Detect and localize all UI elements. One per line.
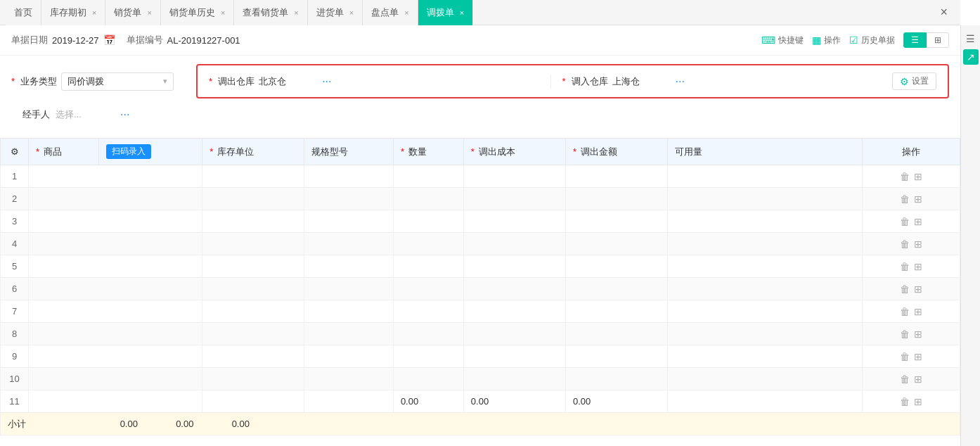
copy-icon[interactable]: ⊞	[914, 306, 922, 317]
tab-inventory-check-close[interactable]: ×	[404, 8, 408, 17]
row-product[interactable]	[29, 368, 202, 390]
row-available[interactable]	[667, 188, 862, 210]
tab-home[interactable]: 首页	[6, 0, 41, 25]
row-unit[interactable]	[202, 345, 304, 368]
row-spec[interactable]	[304, 210, 394, 233]
row-unit[interactable]	[202, 233, 304, 255]
business-type-dropdown[interactable]: 同价调拨 ▾	[61, 72, 174, 91]
row-product[interactable]	[29, 323, 202, 345]
row-product[interactable]	[29, 233, 202, 255]
sidebar-export-btn[interactable]: ↗	[963, 49, 979, 65]
row-available[interactable]	[667, 278, 862, 300]
row-spec[interactable]	[304, 278, 394, 300]
copy-icon[interactable]: ⊞	[914, 329, 922, 340]
operation-action[interactable]: ▦ 操作	[812, 34, 841, 46]
tab-transfer-order[interactable]: 调拨单 ×	[418, 0, 473, 25]
row-unit[interactable]	[202, 210, 304, 233]
row-cost[interactable]	[463, 233, 565, 255]
row-product[interactable]	[29, 188, 202, 210]
row-unit[interactable]	[202, 323, 304, 345]
copy-icon[interactable]: ⊞	[914, 171, 922, 182]
tab-sales-order[interactable]: 销货单 ×	[105, 0, 160, 25]
delete-icon[interactable]: 🗑	[900, 216, 910, 227]
row-quantity[interactable]	[393, 300, 463, 323]
subtotal-delete-icon[interactable]: 🗑	[900, 396, 910, 407]
row-amount[interactable]	[565, 210, 667, 233]
delete-icon[interactable]: 🗑	[900, 283, 910, 295]
row-unit[interactable]	[202, 300, 304, 323]
row-cost[interactable]	[463, 188, 565, 210]
delete-icon[interactable]: 🗑	[900, 374, 910, 385]
row-spec[interactable]	[304, 233, 394, 255]
row-amount[interactable]	[565, 368, 667, 390]
row-available[interactable]	[667, 345, 862, 368]
copy-icon[interactable]: ⊞	[914, 193, 922, 205]
delete-icon[interactable]: 🗑	[900, 171, 910, 182]
row-product[interactable]	[29, 300, 202, 323]
row-quantity[interactable]	[393, 233, 463, 255]
row-quantity[interactable]	[393, 210, 463, 233]
row-cost[interactable]	[463, 345, 565, 368]
row-amount[interactable]	[565, 300, 667, 323]
row-quantity[interactable]	[393, 165, 463, 188]
row-quantity[interactable]	[393, 255, 463, 278]
row-available[interactable]	[667, 368, 862, 390]
row-spec[interactable]	[304, 323, 394, 345]
row-cost[interactable]	[463, 255, 565, 278]
sidebar-list-btn[interactable]: ☰	[963, 31, 979, 46]
row-amount[interactable]	[565, 345, 667, 368]
warehouse-settings-btn[interactable]: ⚙ 设置	[892, 72, 936, 90]
row-quantity[interactable]	[393, 278, 463, 300]
tab-inventory-init-close[interactable]: ×	[92, 8, 96, 17]
row-cost[interactable]	[463, 323, 565, 345]
row-available[interactable]	[667, 210, 862, 233]
delete-icon[interactable]: 🗑	[900, 193, 910, 205]
copy-icon[interactable]: ⊞	[914, 261, 922, 272]
row-cost[interactable]	[463, 368, 565, 390]
row-amount[interactable]	[565, 278, 667, 300]
warehouse-in-dots[interactable]: ···	[673, 75, 688, 88]
row-cost[interactable]	[463, 300, 565, 323]
row-cost[interactable]	[463, 278, 565, 300]
row-quantity[interactable]	[393, 368, 463, 390]
row-spec[interactable]	[304, 368, 394, 390]
row-quantity[interactable]	[393, 323, 463, 345]
scan-button[interactable]: 扫码录入	[106, 144, 151, 159]
row-unit[interactable]	[202, 165, 304, 188]
copy-icon[interactable]: ⊞	[914, 351, 922, 362]
row-product[interactable]	[29, 165, 202, 188]
row-amount[interactable]	[565, 188, 667, 210]
row-spec[interactable]	[304, 300, 394, 323]
delete-icon[interactable]: 🗑	[900, 238, 910, 250]
delete-icon[interactable]: 🗑	[900, 261, 910, 272]
row-available[interactable]	[667, 165, 862, 188]
subtotal-copy-icon[interactable]: ⊞	[914, 396, 922, 407]
copy-icon[interactable]: ⊞	[914, 283, 922, 295]
row-available[interactable]	[667, 300, 862, 323]
col-settings[interactable]: ⚙	[1, 139, 29, 165]
row-unit[interactable]	[202, 188, 304, 210]
row-product[interactable]	[29, 345, 202, 368]
quick-key-action[interactable]: ⌨ 快捷键	[761, 34, 804, 46]
tab-view-sales[interactable]: 查看销货单 ×	[234, 0, 307, 25]
calendar-icon[interactable]: 📅	[103, 34, 115, 46]
row-quantity[interactable]	[393, 188, 463, 210]
row-available[interactable]	[667, 233, 862, 255]
history-action[interactable]: ☑ 历史单据	[849, 34, 895, 46]
row-available[interactable]	[667, 255, 862, 278]
tab-sales-history-close[interactable]: ×	[221, 8, 225, 17]
row-unit[interactable]	[202, 368, 304, 390]
tab-view-sales-close[interactable]: ×	[294, 8, 298, 17]
tab-transfer-order-close[interactable]: ×	[460, 8, 464, 17]
row-amount[interactable]	[565, 165, 667, 188]
delete-icon[interactable]: 🗑	[900, 351, 910, 362]
tab-sales-order-close[interactable]: ×	[147, 8, 151, 17]
row-amount[interactable]	[565, 255, 667, 278]
tab-purchase-order-close[interactable]: ×	[349, 8, 354, 17]
copy-icon[interactable]: ⊞	[914, 216, 922, 227]
row-spec[interactable]	[304, 255, 394, 278]
tab-purchase-order[interactable]: 进货单 ×	[308, 0, 363, 25]
grid-view-btn[interactable]: ⊞	[927, 32, 949, 48]
row-unit[interactable]	[202, 278, 304, 300]
handler-dots[interactable]: ···	[117, 108, 132, 121]
